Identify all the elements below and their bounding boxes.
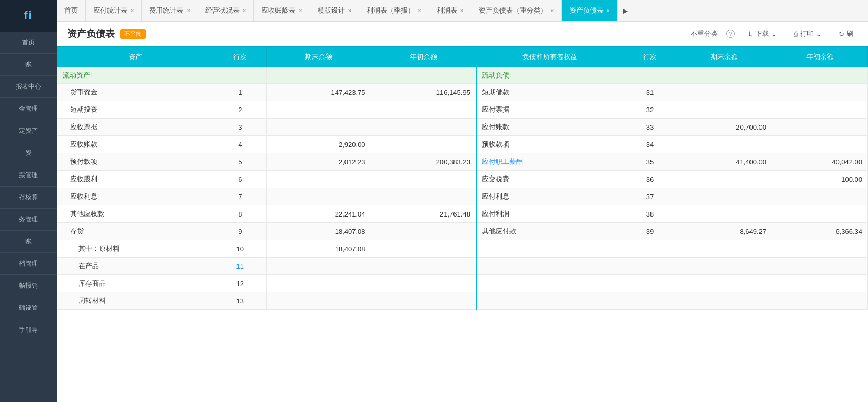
left-end-1: 147,423.75: [266, 84, 371, 101]
download-chevron-icon: ⌄: [771, 30, 777, 38]
sidebar-item-fixed-assets[interactable]: 定资产: [0, 120, 57, 142]
right-row-8: 38: [624, 205, 676, 223]
tab-profit[interactable]: 利润表 ×: [429, 0, 471, 21]
sidebar-item-bill-mgmt[interactable]: 票管理: [0, 164, 57, 187]
right-row-9: 39: [624, 223, 676, 240]
download-icon: ⇓: [747, 30, 753, 38]
left-item-4: 应收账款: [57, 136, 214, 153]
tab-balance-sheet-close[interactable]: ×: [607, 7, 610, 14]
table-row: 短期投资 2 应付票据 32: [57, 101, 868, 119]
left-begin-6: [371, 171, 476, 188]
right-item-8: 应付利润: [476, 205, 624, 223]
col-header-end-balance-right: 期末余额: [676, 47, 772, 67]
col-header-begin-balance-left: 年初余额: [371, 47, 476, 67]
main-content: 首页 应付统计表 × 费用统计表 × 经营状况表 × 应收账龄表 × 模版设计 …: [57, 0, 868, 402]
tab-balance-sheet[interactable]: 资产负债表 ×: [562, 0, 618, 21]
right-item-5[interactable]: 应付职工薪酬: [476, 153, 624, 171]
tab-expense-stats[interactable]: 费用统计表 ×: [142, 0, 198, 21]
tab-template-design-close[interactable]: ×: [348, 7, 351, 14]
left-begin-8: 21,761.48: [371, 205, 476, 223]
table-row: 存货 9 18,407.08 其他应付款 39 8,649.27 6,366.3…: [57, 223, 868, 240]
table-row: 货币资金 1 147,423.75 116,145.95 短期借款 31: [57, 84, 868, 101]
sidebar-item-report-center[interactable]: 报表中心: [0, 76, 57, 98]
section-left-label: 流动资产:: [57, 67, 214, 84]
left-begin-1: 116,145.95: [371, 84, 476, 101]
right-end-3: 20,700.00: [676, 119, 772, 136]
right-begin-6: 100.00: [772, 171, 868, 188]
right-row-3: 33: [624, 119, 676, 136]
left-row-3: 3: [214, 119, 266, 136]
tab-expense-stats-close[interactable]: ×: [186, 7, 190, 14]
help-icon[interactable]: ?: [726, 30, 735, 38]
tab-home[interactable]: 首页: [57, 0, 86, 21]
left-row-10: 10: [214, 240, 266, 258]
tab-balance-reclassified-close[interactable]: ×: [550, 7, 554, 14]
sidebar-item-guide[interactable]: 手引导: [0, 319, 57, 341]
refresh-button[interactable]: ↻ 刷: [834, 27, 857, 41]
section-right-row: [624, 67, 676, 84]
left-row-2: 2: [214, 101, 266, 119]
print-button[interactable]: ⎙ 打印 ⌄: [790, 27, 826, 41]
right-end-9: 8,649.27: [676, 223, 772, 240]
left-row-11: 11: [214, 258, 266, 275]
sidebar-item-home[interactable]: 首页: [0, 32, 57, 54]
sidebar-item-archive[interactable]: 档管理: [0, 253, 57, 275]
balance-sheet-table: 资产 行次 期末余额 年初余额 负债和所有者权益 行次 期末余额 年初余额 流动…: [57, 46, 868, 310]
right-item-4: 预收款项: [476, 136, 624, 153]
right-item-9: 其他应付款: [476, 223, 624, 240]
header-actions: 不重分类 ? ⇓ 下载 ⌄ ⎙ 打印 ⌄ ↻ 刷: [691, 27, 857, 41]
right-row-7: 37: [624, 188, 676, 205]
tab-home-label: 首页: [64, 6, 78, 15]
left-item-10: 其中：原材料: [57, 240, 214, 258]
right-item-3: 应付账款: [476, 119, 624, 136]
right-begin-8: [772, 205, 868, 223]
page-title-area: 资产负债表 不平衡: [67, 27, 146, 40]
sidebar-item-investment[interactable]: 资: [0, 142, 57, 164]
sidebar-item-fund-mgmt[interactable]: 金管理: [0, 98, 57, 120]
tab-operation-status-close[interactable]: ×: [243, 7, 246, 14]
table-row: 应收账款 4 2,920.00 预收款项 34: [57, 136, 868, 153]
sidebar-item-account[interactable]: 账: [0, 54, 57, 76]
right-begin-9: 6,366.34: [772, 223, 868, 240]
download-button[interactable]: ⇓ 下载 ⌄: [743, 27, 781, 41]
sidebar-item-ledger[interactable]: 账: [0, 231, 57, 253]
right-end-1: [676, 84, 772, 101]
tab-receivable-aging[interactable]: 应收账龄表 ×: [254, 0, 310, 21]
tab-balance-reclassified[interactable]: 资产负债表（重分类） ×: [471, 0, 561, 21]
tab-payable-stats[interactable]: 应付统计表 ×: [86, 0, 142, 21]
tab-payable-stats-close[interactable]: ×: [131, 7, 134, 14]
tab-profit-quarterly-close[interactable]: ×: [418, 7, 421, 14]
section-right-begin: [772, 67, 868, 84]
right-end-6: [676, 171, 772, 188]
right-begin-12: [772, 275, 868, 292]
left-row-5: 5: [214, 153, 266, 171]
tab-profit-close[interactable]: ×: [460, 7, 463, 14]
left-end-13: [266, 292, 371, 310]
download-label: 下载: [755, 29, 769, 38]
left-begin-4: [371, 136, 476, 153]
sidebar-item-inventory[interactable]: 存核算: [0, 187, 57, 209]
sidebar-item-settings[interactable]: 础设置: [0, 297, 57, 319]
right-begin-11: [772, 258, 868, 275]
tab-payable-stats-label: 应付统计表: [93, 6, 127, 15]
sidebar-item-expense[interactable]: 畅报销: [0, 275, 57, 297]
tab-receivable-aging-close[interactable]: ×: [299, 7, 302, 14]
left-row-12: 12: [214, 275, 266, 292]
left-end-3: [266, 119, 371, 136]
right-item-11: [476, 258, 624, 275]
tab-profit-quarterly[interactable]: 利润表（季报） ×: [359, 0, 429, 21]
section-right-end: [676, 67, 772, 84]
left-item-2: 短期投资: [57, 101, 214, 119]
right-row-1: 31: [624, 84, 676, 101]
sidebar-item-tax-mgmt[interactable]: 务管理: [0, 209, 57, 231]
print-label: 打印: [800, 29, 814, 38]
page-title: 资产负债表: [67, 27, 115, 40]
left-row-1: 1: [214, 84, 266, 101]
tab-template-design[interactable]: 模版设计 ×: [310, 0, 359, 21]
right-end-5: 41,400.00: [676, 153, 772, 171]
tab-operation-status[interactable]: 经营状况表 ×: [198, 0, 254, 21]
col-header-row-right: 行次: [624, 47, 676, 67]
tab-scroll-right[interactable]: ▶: [618, 0, 632, 21]
print-chevron-icon: ⌄: [816, 30, 822, 38]
tab-profit-label: 利润表: [437, 6, 457, 15]
